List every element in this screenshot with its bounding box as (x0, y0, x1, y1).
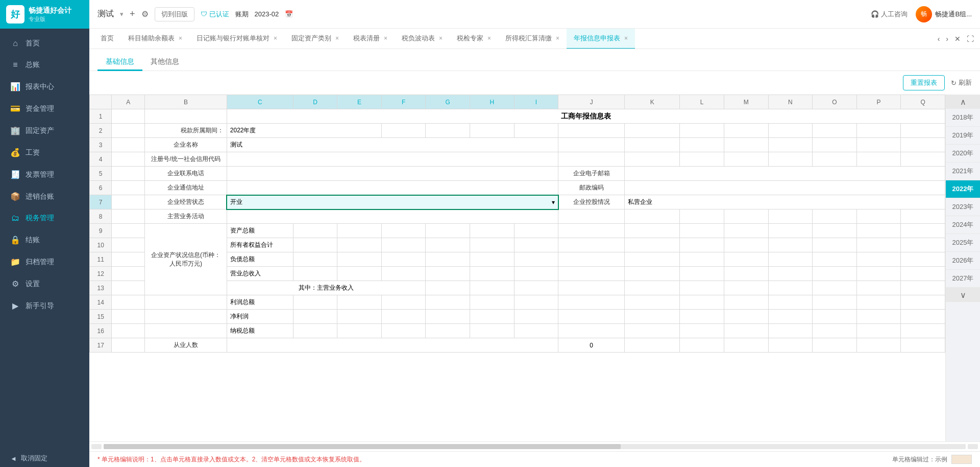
sidebar-item-close[interactable]: 🔒结账 (0, 229, 89, 251)
year-item-2027[interactable]: 2027年 (946, 270, 980, 288)
cell-16-A[interactable] (112, 324, 145, 338)
cell-12-J[interactable] (558, 267, 625, 281)
cell-8-P[interactable] (856, 209, 901, 224)
cell-3-K[interactable] (625, 138, 680, 152)
cell-12-N[interactable] (768, 267, 813, 281)
sidebar-item-salary[interactable]: 💰工资 (0, 142, 89, 164)
year-item-2024[interactable]: 2024年 (946, 216, 980, 234)
cell-14-E[interactable] (337, 295, 382, 310)
col-header-G[interactable]: G (426, 95, 470, 109)
year-item-2021[interactable]: 2021年 (946, 162, 980, 180)
cell-11-M[interactable] (724, 252, 768, 267)
cell-10-E[interactable] (337, 238, 382, 252)
cell-16-J[interactable] (558, 324, 625, 338)
cell-15-L[interactable] (680, 310, 724, 324)
cell-16-M[interactable] (724, 324, 768, 338)
cell-12-O[interactable] (813, 267, 857, 281)
cell-10-P[interactable] (856, 238, 901, 252)
cell-7-A[interactable] (112, 195, 145, 209)
cell-9-Q[interactable] (901, 224, 945, 238)
cell-15-E[interactable] (337, 310, 382, 324)
h-scrollbar-track[interactable] (104, 444, 966, 449)
cell-6-C[interactable] (227, 181, 558, 195)
tab-annual_report[interactable]: 年报信息申报表× (567, 29, 635, 49)
cell-14-H[interactable] (470, 295, 514, 310)
cell-2-G[interactable] (426, 124, 470, 138)
cell-15-G[interactable] (426, 310, 470, 324)
cell-16-O[interactable] (813, 324, 857, 338)
cell-11-K[interactable] (625, 252, 680, 267)
cell-14-N[interactable] (768, 295, 813, 310)
add-btn[interactable]: + (130, 9, 135, 19)
cell-7-C[interactable]: 开业 ▾ (227, 195, 558, 209)
cell-4-P[interactable] (856, 152, 901, 167)
cell-8-M[interactable] (724, 209, 768, 224)
cell-2-J[interactable] (558, 124, 625, 138)
cell-16-N[interactable] (768, 324, 813, 338)
tab-close-icon[interactable]: × (384, 35, 387, 42)
col-header-L[interactable]: L (680, 95, 724, 109)
cell-10-N[interactable] (768, 238, 813, 252)
sub-tab-other[interactable]: 其他信息 (142, 54, 187, 71)
tab-home[interactable]: 首页 (93, 29, 121, 49)
support-btn[interactable]: 🎧 人工咨询 (871, 10, 908, 19)
cell-9-L[interactable] (680, 224, 724, 238)
cell-10-G[interactable] (426, 238, 470, 252)
cell-9-K[interactable] (625, 224, 680, 238)
cell-2-O[interactable] (813, 124, 857, 138)
cell-2-K[interactable] (625, 124, 680, 138)
tab-close-icon[interactable]: × (335, 35, 339, 42)
tab-income_tax[interactable]: 所得税汇算清缴× (498, 29, 567, 49)
cell-13-M[interactable] (724, 281, 768, 295)
user-profile[interactable]: 畅 畅捷通B组... (916, 6, 972, 22)
cell-4-C[interactable] (227, 152, 558, 167)
cell-10-K[interactable] (625, 238, 680, 252)
cell-17-N[interactable] (768, 338, 813, 353)
cell-10-Q[interactable] (901, 238, 945, 252)
tab-close-icon[interactable]: × (556, 35, 559, 42)
settings-icon[interactable]: ⚙ (141, 9, 149, 19)
cell-15-K[interactable] (625, 310, 680, 324)
cell-13-Q[interactable] (901, 281, 945, 295)
cell-14-D[interactable] (293, 295, 337, 310)
cell-15-M[interactable] (724, 310, 768, 324)
cell-12-E[interactable] (337, 267, 382, 281)
cell-11-N[interactable] (768, 252, 813, 267)
cell-17-C[interactable] (227, 338, 558, 353)
calendar-icon[interactable]: 📅 (285, 10, 293, 18)
switch-version-btn[interactable]: 切到旧版 (155, 7, 194, 21)
year-item-2018[interactable]: 2018年 (946, 109, 980, 127)
cell-8-K[interactable] (625, 209, 680, 224)
year-item-2026[interactable]: 2026年 (946, 252, 980, 270)
cell-13-C[interactable]: 其中：主营业务收入 (227, 281, 426, 295)
cell-16-H[interactable] (470, 324, 514, 338)
cell-10-C[interactable]: 所有者权益合计 (227, 238, 293, 252)
tabs-prev-btn[interactable]: ‹ (936, 33, 942, 45)
cell-4-O[interactable] (813, 152, 857, 167)
cell-8-Q[interactable] (901, 209, 945, 224)
cell-5-A[interactable] (112, 167, 145, 181)
cell-14-P[interactable] (856, 295, 901, 310)
cell-3-L[interactable] (680, 138, 724, 152)
cell-12-G[interactable] (426, 267, 470, 281)
cell-16-G[interactable] (426, 324, 470, 338)
cell-12-L[interactable] (680, 267, 724, 281)
tabs-expand-btn[interactable]: ⛶ (965, 33, 976, 45)
cell-8-A[interactable] (112, 209, 145, 224)
cell-10-I[interactable] (514, 238, 558, 252)
cell-9-P[interactable] (856, 224, 901, 238)
tab-aux[interactable]: 科目辅助余额表× (121, 29, 189, 49)
year-scroll-down-btn[interactable]: ∨ (946, 288, 980, 302)
cell-2-H[interactable] (470, 124, 514, 138)
cell-3-O[interactable] (813, 138, 857, 152)
col-header-M[interactable]: M (724, 95, 768, 109)
col-header-H[interactable]: H (470, 95, 514, 109)
col-header-K[interactable]: K (625, 95, 680, 109)
cell-2-M[interactable] (724, 124, 768, 138)
dropdown-arrow-icon[interactable]: ▾ (552, 199, 555, 206)
col-header-O[interactable]: O (813, 95, 857, 109)
cell-17-A[interactable] (112, 338, 145, 353)
cell-12-K[interactable] (625, 267, 680, 281)
cell-9-A[interactable] (112, 224, 145, 238)
cell-17-L[interactable] (680, 338, 724, 353)
